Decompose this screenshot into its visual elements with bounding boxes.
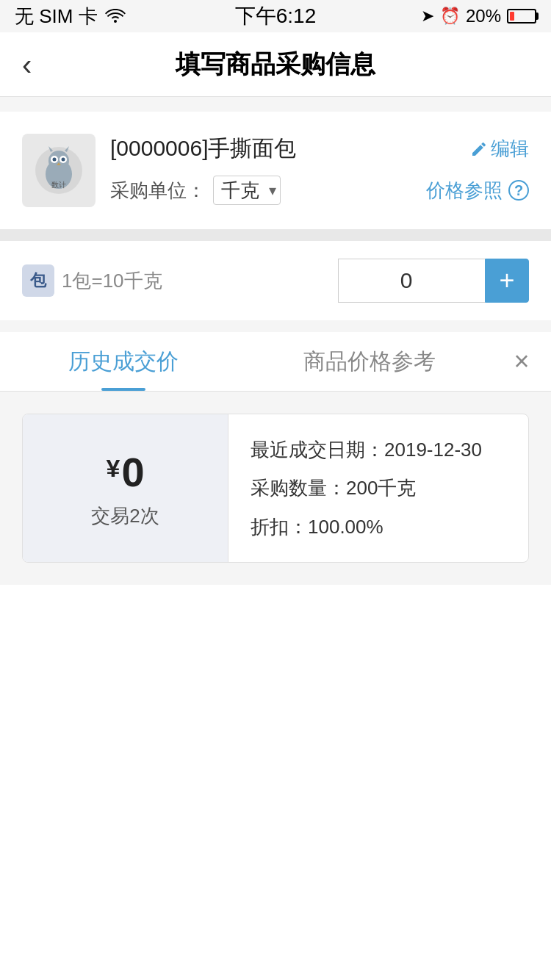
- currency-symbol: ¥: [106, 454, 120, 483]
- alarm-icon: ⏰: [440, 7, 460, 26]
- edit-button[interactable]: 编辑: [470, 136, 529, 162]
- price-right-panel: 最近成交日期：2019-12-30 采购数量：200千克 折扣：100.00%: [228, 414, 528, 562]
- status-bar: 无 SIM 卡 下午6:12 ➤ ⏰ 20%: [0, 0, 551, 32]
- discount-row: 折扣：100.00%: [251, 514, 506, 540]
- product-header: 数计 [0000006]手撕面包 编辑 采购单位： 千克: [22, 134, 529, 207]
- product-info: [0000006]手撕面包 编辑 采购单位： 千克: [110, 134, 529, 205]
- price-value: 0: [121, 448, 144, 496]
- price-card: ¥ 0 交易2次 最近成交日期：2019-12-30 采购数量：200千克 折扣…: [22, 414, 529, 563]
- tab2-label: 商品价格参考: [303, 347, 436, 377]
- svg-text:数计: 数计: [51, 181, 66, 189]
- tabs-row: 历史成交价 商品价格参考 ×: [0, 332, 551, 391]
- unit-icon-label: 包: [30, 270, 46, 292]
- tab1-label: 历史成交价: [68, 347, 179, 377]
- status-time: 下午6:12: [235, 2, 317, 30]
- price-reference-button[interactable]: 价格参照 ?: [426, 178, 529, 203]
- edit-label: 编辑: [491, 136, 529, 162]
- edit-icon: [470, 140, 488, 158]
- price-amount: ¥ 0: [106, 448, 144, 496]
- nav-bar: ‹ 填写商品采购信息: [0, 32, 551, 97]
- product-title-row: [0000006]手撕面包 编辑: [110, 134, 529, 164]
- status-right: ➤ ⏰ 20%: [421, 6, 536, 26]
- help-icon: ?: [508, 180, 529, 201]
- product-card: 数计 [0000006]手撕面包 编辑 采购单位： 千克: [0, 112, 551, 229]
- price-ref-label: 价格参照: [426, 178, 503, 203]
- price-left-panel: ¥ 0 交易2次: [23, 414, 228, 562]
- back-button[interactable]: ‹: [22, 50, 32, 79]
- quantity-control: +: [338, 259, 529, 303]
- unit-icon-box: 包: [22, 264, 54, 297]
- recent-date-row: 最近成交日期：2019-12-30: [251, 436, 506, 463]
- tabs-container: 历史成交价 商品价格参考 ×: [0, 332, 551, 392]
- svg-point-6: [62, 158, 65, 162]
- unit-conversion-text: 1包=10千克: [62, 268, 162, 294]
- discount-label: 折扣：: [251, 516, 308, 538]
- status-left: 无 SIM 卡: [15, 4, 126, 29]
- page-title: 填写商品采购信息: [176, 48, 375, 82]
- section-divider: [0, 229, 551, 241]
- tab-history-price[interactable]: 历史成交价: [0, 332, 246, 391]
- product-thumbnail: 数计: [22, 134, 96, 207]
- carrier-text: 无 SIM 卡: [15, 4, 98, 29]
- tab-product-price[interactable]: 商品价格参考: [246, 332, 492, 391]
- product-name: [0000006]手撕面包: [110, 134, 296, 164]
- quantity-row: 包 1包=10千克 +: [0, 241, 551, 320]
- quantity-input[interactable]: [338, 259, 485, 303]
- discount-value: 100.00%: [308, 516, 383, 538]
- battery-fill: [510, 12, 514, 21]
- purchase-qty-label: 采购数量：: [251, 477, 346, 499]
- price-section: ¥ 0 交易2次 最近成交日期：2019-12-30 采购数量：200千克 折扣…: [0, 392, 551, 585]
- plus-icon: +: [499, 265, 514, 296]
- unit-info: 包 1包=10千克: [22, 264, 162, 297]
- svg-point-5: [53, 158, 57, 162]
- wifi-icon: [105, 9, 126, 24]
- footer-space: [0, 585, 551, 980]
- close-button[interactable]: ×: [492, 332, 551, 391]
- trade-count: 交易2次: [91, 503, 159, 529]
- recent-date-value: 2019-12-30: [384, 439, 482, 461]
- battery-percent: 20%: [466, 6, 501, 26]
- location-icon: ➤: [421, 7, 434, 26]
- product-logo: 数计: [33, 145, 84, 196]
- purchase-qty-value: 200千克: [346, 477, 416, 499]
- close-icon: ×: [514, 346, 529, 377]
- plus-button[interactable]: +: [485, 259, 529, 303]
- recent-date-label: 最近成交日期：: [251, 439, 384, 461]
- unit-label: 采购单位： 千克: [110, 176, 281, 205]
- purchase-qty-row: 采购数量：200千克: [251, 475, 506, 501]
- tab-indicator: [101, 388, 145, 391]
- unit-select-wrapper[interactable]: 千克: [213, 176, 281, 205]
- unit-select[interactable]: 千克: [213, 176, 281, 205]
- purchase-unit-text: 采购单位：: [110, 178, 206, 203]
- unit-row: 采购单位： 千克 价格参照 ?: [110, 176, 529, 205]
- battery-icon: [507, 9, 536, 24]
